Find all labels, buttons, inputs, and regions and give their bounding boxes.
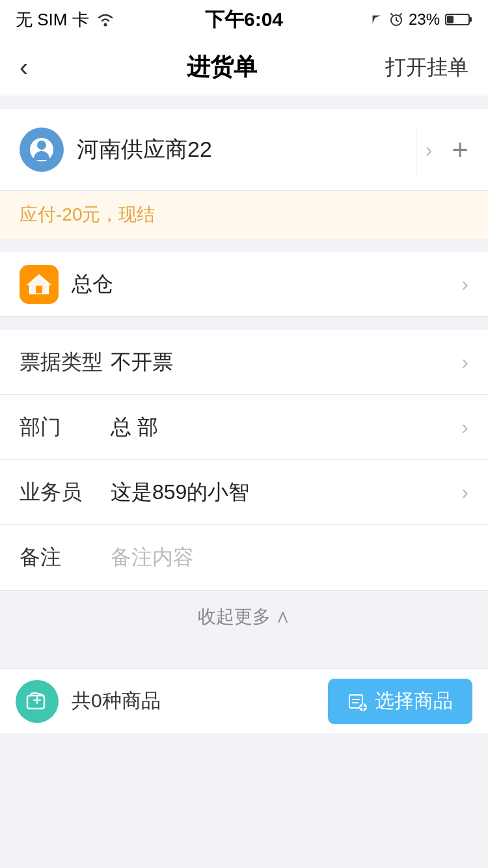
- svg-line-5: [400, 14, 401, 15]
- house-svg: [27, 273, 51, 296]
- svg-rect-7: [469, 17, 472, 22]
- warehouse-chevron-icon: ›: [461, 272, 468, 296]
- section-gap-3: [0, 317, 488, 330]
- svg-rect-10: [27, 696, 44, 709]
- product-icon: [16, 680, 59, 723]
- svg-rect-9: [36, 286, 42, 293]
- supplier-row[interactable]: 河南供应商22 › +: [0, 109, 488, 191]
- note-placeholder: 备注内容: [111, 543, 468, 572]
- warehouse-icon: [20, 265, 59, 304]
- alarm-icon: [389, 12, 403, 27]
- back-button[interactable]: ‹: [20, 53, 59, 82]
- invoice-type-row[interactable]: 票据类型 不开票 ›: [0, 330, 488, 395]
- location-icon: [370, 12, 384, 27]
- supplier-section: 河南供应商22 › + 应付-20元，现结: [0, 109, 488, 239]
- status-left: 无 SIM 卡: [16, 8, 115, 31]
- svg-line-4: [391, 14, 392, 15]
- select-product-label: 选择商品: [375, 688, 453, 714]
- form-section: 票据类型 不开票 › 部门 总 部 › 业务员 这是859的小智 › 备注 备注…: [0, 330, 488, 590]
- note-label: 备注: [20, 543, 111, 572]
- svg-point-0: [103, 23, 107, 27]
- open-pending-button[interactable]: 打开挂单: [385, 53, 468, 82]
- warehouse-section: 总仓 ›: [0, 252, 488, 317]
- nav-bar: ‹ 进货单 打开挂单: [0, 39, 488, 96]
- sales-row[interactable]: 业务员 这是859的小智 ›: [0, 460, 488, 525]
- select-product-button[interactable]: 选择商品: [328, 679, 472, 724]
- product-count: 共0种商品: [72, 688, 328, 714]
- supplier-divider: [416, 126, 416, 174]
- warehouse-name: 总仓: [72, 270, 461, 299]
- wifi-icon: [96, 12, 115, 27]
- supplier-add-button[interactable]: +: [452, 133, 468, 166]
- notice-bar: 应付-20元，现结: [0, 191, 488, 239]
- dept-chevron-icon: ›: [461, 415, 468, 439]
- supplier-chevron-icon: ›: [426, 138, 433, 162]
- select-product-icon: [347, 692, 367, 711]
- avatar-person-icon: [30, 138, 53, 161]
- invoice-chevron-icon: ›: [461, 350, 468, 374]
- supplier-name: 河南供应商22: [77, 135, 426, 165]
- note-row[interactable]: 备注 备注内容: [0, 525, 488, 590]
- page-title: 进货单: [59, 51, 385, 83]
- dept-row[interactable]: 部门 总 部 ›: [0, 395, 488, 460]
- status-bar: 无 SIM 卡 下午6:04 23%: [0, 0, 488, 39]
- dept-value: 总 部: [111, 413, 461, 442]
- warehouse-row[interactable]: 总仓 ›: [0, 252, 488, 317]
- svg-rect-8: [447, 16, 454, 23]
- sales-label: 业务员: [20, 478, 111, 507]
- cart-svg: [25, 689, 49, 714]
- sales-value: 这是859的小智: [111, 478, 461, 507]
- page-background: [0, 733, 488, 868]
- status-right: 23%: [370, 10, 472, 29]
- invoice-value: 不开票: [111, 348, 461, 377]
- collapse-toggle[interactable]: 收起更多 ∧: [0, 590, 488, 642]
- battery-icon: [445, 12, 472, 27]
- supplier-avatar: [20, 128, 64, 172]
- dept-label: 部门: [20, 413, 111, 442]
- svg-line-3: [396, 20, 398, 21]
- section-gap-2: [0, 239, 488, 252]
- bottom-bar: 共0种商品 选择商品: [0, 668, 488, 733]
- carrier-label: 无 SIM 卡: [16, 8, 89, 31]
- section-gap-1: [0, 96, 488, 109]
- sales-chevron-icon: ›: [461, 480, 468, 504]
- status-time: 下午6:04: [205, 7, 283, 33]
- invoice-label: 票据类型: [20, 348, 111, 377]
- section-gap-4: [0, 642, 488, 655]
- battery-percent: 23%: [409, 10, 440, 29]
